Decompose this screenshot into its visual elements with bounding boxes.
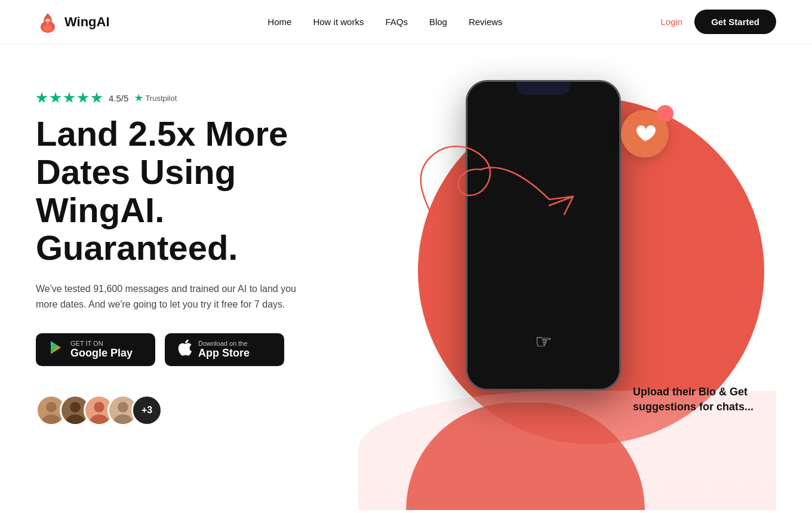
svg-point-6 xyxy=(70,402,81,413)
login-link[interactable]: Login xyxy=(660,17,682,27)
annotation-text: Upload their Bio & Get suggestions for c… xyxy=(633,385,764,414)
hero-title-line2: Dates Using WingAI. xyxy=(36,152,236,229)
heart-bubble xyxy=(621,110,669,158)
google-play-button[interactable]: GET IT ON Google Play xyxy=(36,333,155,366)
svg-point-9 xyxy=(94,402,104,413)
heart-icon xyxy=(634,123,656,145)
star-4 xyxy=(77,92,89,104)
logo-text: WingAI xyxy=(64,14,110,30)
avatars-row: +3 xyxy=(36,395,370,426)
star-rating xyxy=(36,92,103,104)
navbar-actions: Login Get Started xyxy=(660,10,776,34)
svg-point-3 xyxy=(46,402,57,413)
app-store-label: Download on the xyxy=(198,340,250,347)
swirl-decoration xyxy=(388,80,591,247)
navbar: WingAI Home How it works FAQs Blog Revie… xyxy=(0,0,812,44)
phone-cursor: ☞ xyxy=(535,330,552,353)
rating-text: 4.5/5 xyxy=(109,93,128,103)
trustpilot-label: Trustpilot xyxy=(145,94,177,103)
hero-title-line1: Land 2.5x More xyxy=(36,114,288,153)
hero-section: 4.5/5 Trustpilot Land 2.5x More Dates Us… xyxy=(0,44,812,513)
nav-links: Home How it works FAQs Blog Reviews xyxy=(267,17,502,27)
hero-title: Land 2.5x More Dates Using WingAI. Guara… xyxy=(36,115,370,267)
google-play-label: GET IT ON xyxy=(70,340,133,347)
svg-point-1 xyxy=(43,24,53,32)
app-store-text: Download on the App Store xyxy=(198,340,250,360)
hero-title-line3: Guaranteed. xyxy=(36,228,238,267)
nav-faqs[interactable]: FAQs xyxy=(385,17,408,27)
heart-bubble-inner xyxy=(657,105,673,122)
nav-home[interactable]: Home xyxy=(267,17,291,27)
avatar-stack: +3 xyxy=(36,395,162,426)
star-5 xyxy=(91,92,103,104)
star-3 xyxy=(63,92,75,104)
trustpilot-icon xyxy=(134,94,143,102)
hero-subtitle: We've tested 91,600 messages and trained… xyxy=(36,281,310,312)
google-play-store-name: Google Play xyxy=(70,347,133,360)
nav-reviews[interactable]: Reviews xyxy=(469,17,503,27)
nav-how-it-works[interactable]: How it works xyxy=(313,17,364,27)
get-started-button[interactable]: Get Started xyxy=(694,10,776,34)
app-store-store-name: App Store xyxy=(198,347,250,360)
app-store-button[interactable]: Download on the App Store xyxy=(165,333,284,366)
google-play-text: GET IT ON Google Play xyxy=(70,340,133,360)
apple-icon xyxy=(177,339,192,360)
store-buttons: GET IT ON Google Play Download on the Ap… xyxy=(36,333,370,366)
logo-icon xyxy=(36,10,60,34)
avatar-count: +3 xyxy=(131,395,162,426)
svg-point-12 xyxy=(118,402,128,413)
hero-left: 4.5/5 Trustpilot Land 2.5x More Dates Us… xyxy=(36,80,370,426)
rating-row: 4.5/5 Trustpilot xyxy=(36,92,370,104)
annotation-area: Upload their Bio & Get suggestions for c… xyxy=(633,385,764,414)
nav-blog[interactable]: Blog xyxy=(429,17,447,27)
logo-link[interactable]: WingAI xyxy=(36,10,110,34)
hero-right: ☞ Upload their Bio & Get suggestions for… xyxy=(370,80,776,510)
trustpilot-badge: Trustpilot xyxy=(134,94,177,103)
google-play-icon xyxy=(48,339,64,360)
star-1 xyxy=(36,92,48,104)
star-2 xyxy=(50,92,61,104)
